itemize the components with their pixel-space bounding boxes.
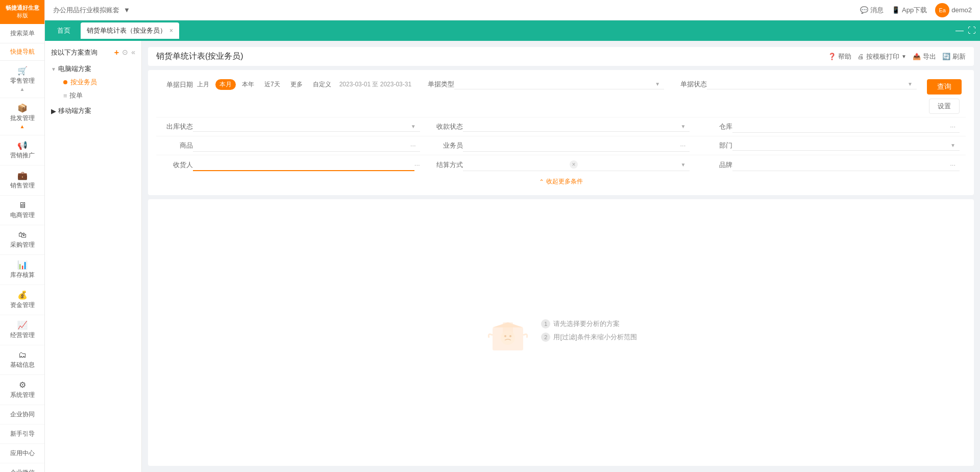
export-btn[interactable]: 📤 导出: [913, 52, 936, 61]
salesman-label: 业务员: [432, 141, 463, 150]
sidebar-item-marketing[interactable]: 📢 营销推广: [0, 135, 44, 166]
add-scheme-btn[interactable]: +: [114, 48, 119, 57]
sidebar-item-purchase[interactable]: 🛍 采购管理: [0, 225, 44, 255]
salesman-dots[interactable]: ···: [680, 141, 686, 149]
sidebar-item-ecommerce[interactable]: 🖥 电商管理: [0, 196, 44, 225]
print-btn[interactable]: 🖨 按模板打印 ▼: [857, 52, 906, 61]
tab-bar-actions: — ⛶: [955, 26, 976, 35]
message-btn[interactable]: 💬 消息: [860, 6, 884, 15]
phone-icon: 📱: [892, 6, 900, 14]
svg-point-2: [501, 331, 515, 345]
payment-label: 结算方式: [432, 160, 463, 170]
date-tab-more[interactable]: 更多: [286, 79, 307, 90]
date-tab-custom[interactable]: 自定义: [309, 79, 335, 90]
sidebar-quicknav[interactable]: 快捷导航: [0, 43, 44, 61]
operation-icon: 📈: [0, 320, 44, 330]
sidebar-item-wechat[interactable]: 企业微信: [0, 463, 44, 472]
username: demo2: [951, 6, 972, 14]
marketing-icon: 📢: [0, 140, 44, 150]
collapse-panel-btn[interactable]: «: [131, 48, 135, 57]
logo-text: 畅捷通好生意 标版: [2, 4, 42, 20]
pay-select[interactable]: ▼: [463, 122, 690, 132]
sidebar-item-operation[interactable]: 📈 经营管理: [0, 315, 44, 345]
dropdown-icon: ▼: [124, 6, 130, 14]
settings-button[interactable]: 设置: [929, 99, 960, 114]
sidebar-item-sales[interactable]: 💼 销售管理: [0, 166, 44, 196]
status-chevron: ▼: [908, 81, 913, 87]
warehouse-dots[interactable]: ···: [950, 123, 955, 130]
user-profile[interactable]: Ea demo2: [935, 3, 972, 17]
sidebar-item-basic[interactable]: 🗂 基础信息: [0, 345, 44, 375]
filter-area: 单据日期 上月 本月 本年 近7天 更多 自定义 20: [148, 70, 974, 195]
type-chevron: ▼: [655, 81, 660, 87]
desktop-group-label: 电脑端方案: [58, 64, 91, 74]
receiver-dots[interactable]: ···: [414, 161, 420, 169]
date-tab-lastmonth[interactable]: 上月: [193, 79, 213, 90]
date-label: 单据日期: [162, 80, 193, 89]
payment-clear-btn[interactable]: ×: [570, 160, 578, 169]
sidebar-item-system[interactable]: ⚙ 系统管理: [0, 375, 44, 405]
status-label: 单据状态: [676, 80, 707, 89]
page-content: 按以下方案查询 + ⊙ « ▼ 电脑端方案 按业务员: [45, 41, 980, 472]
brand-label: 品牌: [702, 160, 732, 170]
salesman-select[interactable]: ···: [463, 139, 690, 152]
app-logo[interactable]: 畅捷通好生意 标版: [0, 0, 44, 24]
sidebar-search[interactable]: 搜索菜单: [0, 24, 44, 43]
ecommerce-icon: 🖥: [0, 201, 44, 210]
sidebar-item-retail[interactable]: 🛒 零售管理 ▲: [0, 61, 44, 98]
query-button[interactable]: 查询: [927, 79, 962, 95]
desktop-scheme-toggle[interactable]: ▼ 电脑端方案: [51, 62, 135, 76]
sidebar-item-guide[interactable]: 新手引导: [0, 424, 44, 444]
date-tab-thisyear[interactable]: 本年: [238, 79, 258, 90]
tab-maximize-btn[interactable]: ⛶: [968, 26, 976, 35]
tip-item-1: 1 请先选择要分析的方案: [541, 319, 636, 328]
mobile-group-toggle[interactable]: ▶ 移动端方案: [51, 106, 135, 115]
help-btn[interactable]: ❓ 帮助: [828, 52, 851, 61]
tab-close-btn[interactable]: ×: [169, 27, 173, 34]
goods-select[interactable]: ···: [193, 139, 420, 152]
sales-icon: 💼: [0, 171, 44, 180]
sidebar-item-inventory[interactable]: 📊 库存核算: [0, 255, 44, 285]
tab-salesman-report[interactable]: 销货单统计表（按业务员） ×: [81, 22, 179, 39]
receiver-input[interactable]: [193, 158, 414, 171]
tab-minimize-btn[interactable]: —: [955, 26, 964, 35]
message-icon: 💬: [860, 6, 868, 14]
sidebar-item-appcenter[interactable]: 应用中心: [0, 444, 44, 463]
out-select[interactable]: ▼: [193, 122, 420, 132]
brand-dots[interactable]: ···: [950, 161, 955, 169]
basic-icon: 🗂: [0, 350, 44, 360]
industry-selector[interactable]: 办公用品行业模拟账套 ▼: [53, 6, 130, 15]
goods-dots[interactable]: ···: [410, 141, 416, 149]
active-dot: [63, 80, 67, 84]
status-select[interactable]: ▼: [707, 79, 917, 89]
refresh-btn[interactable]: 🔄 刷新: [942, 52, 966, 61]
date-tab-thismonth[interactable]: 本月: [215, 79, 236, 90]
main-area: 办公用品行业模拟账套 ▼ 💬 消息 📱 App下载 Ea demo2 首页: [45, 0, 980, 472]
tab-home[interactable]: 首页: [49, 20, 79, 41]
page-title-bar: 销货单统计表(按业务员) ❓ 帮助 🖨 按模板打印 ▼ 📤 导出: [148, 47, 974, 66]
tip-num-2: 2: [541, 333, 550, 342]
edit-scheme-btn[interactable]: ⊙: [122, 48, 128, 57]
out-chevron: ▼: [411, 124, 416, 129]
scheme-item-by-order[interactable]: ≡ 按单: [51, 89, 135, 102]
app-download-btn[interactable]: 📱 App下载: [892, 6, 927, 15]
type-select[interactable]: ▼: [454, 79, 664, 89]
warehouse-select[interactable]: ···: [732, 121, 960, 133]
scheme-item-salesman[interactable]: 按业务员: [51, 76, 135, 89]
dept-chevron: ▼: [950, 143, 955, 148]
top-bar: 办公用品行业模拟账套 ▼ 💬 消息 📱 App下载 Ea demo2: [45, 0, 980, 20]
brand-select[interactable]: ···: [732, 159, 960, 171]
help-icon: ❓: [828, 53, 836, 60]
payment-select[interactable]: × ▼: [463, 158, 690, 171]
payment-chevron: ▼: [680, 162, 685, 168]
sidebar-item-cooperation[interactable]: 企业协同: [0, 405, 44, 424]
desktop-group-arrow: ▼: [51, 66, 56, 72]
print-icon: 🖨: [857, 53, 864, 60]
dept-select[interactable]: ▼: [732, 140, 960, 151]
tip-num-1: 1: [541, 319, 550, 328]
date-tab-7days[interactable]: 近7天: [260, 79, 284, 90]
tab-bar: 首页 销货单统计表（按业务员） × — ⛶: [45, 20, 980, 41]
sidebar-item-finance[interactable]: 💰 资金管理: [0, 285, 44, 315]
sidebar-item-wholesale[interactable]: 📦 批发管理 ▲: [0, 98, 44, 135]
collapse-filter-btn[interactable]: ⌃ 收起更多条件: [156, 174, 966, 189]
